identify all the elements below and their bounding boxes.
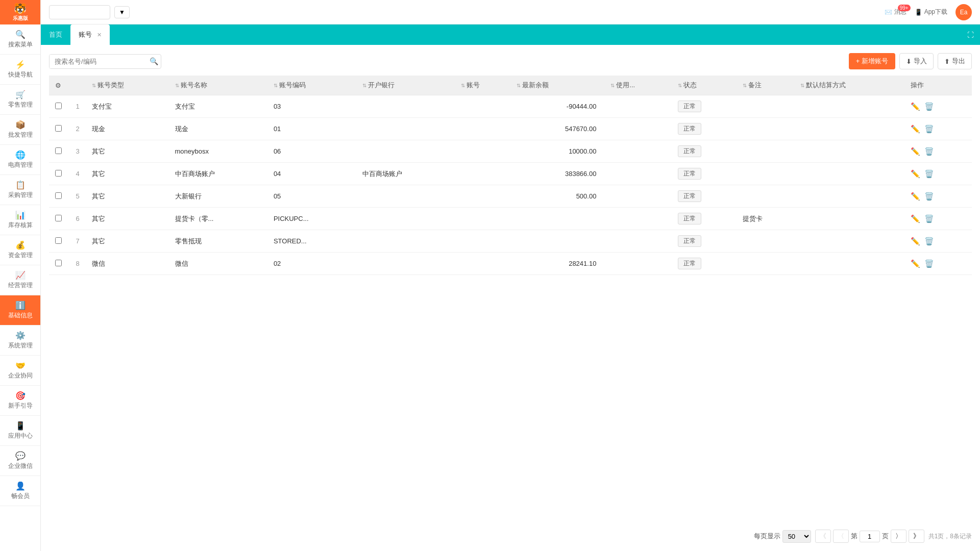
row-usage bbox=[606, 208, 673, 230]
dropdown-button[interactable]: ▼ bbox=[114, 6, 130, 18]
delete-icon[interactable]: 🗑️ bbox=[924, 259, 934, 268]
import-btn[interactable]: ⬇ 导入 bbox=[899, 53, 934, 69]
add-account-btn[interactable]: + 新增账号 bbox=[849, 53, 895, 69]
sidebar-item-label: 资金管理 bbox=[8, 251, 33, 260]
tab-close-icon[interactable]: ✕ bbox=[97, 32, 102, 38]
delete-icon[interactable]: 🗑️ bbox=[924, 237, 934, 246]
tab-account[interactable]: 账号 ✕ bbox=[70, 24, 110, 45]
prev-page-btn[interactable]: 〈 bbox=[833, 530, 849, 543]
sidebar-item-operations[interactable]: 📈 经营管理 bbox=[0, 265, 40, 295]
sidebar-item-system[interactable]: ⚙️ 系统管理 bbox=[0, 325, 40, 356]
edit-icon[interactable]: ✏️ bbox=[911, 237, 920, 246]
sidebar-item-ecommerce[interactable]: 🌐 电商管理 bbox=[0, 145, 40, 175]
status-badge: 正常 bbox=[678, 101, 701, 112]
sidebar-item-quicknav[interactable]: ⚡ 快捷导航 bbox=[0, 55, 40, 85]
export-btn[interactable]: ⬆ 导出 bbox=[938, 53, 972, 69]
sidebar-item-appstore[interactable]: 📱 应用中心 bbox=[0, 416, 40, 446]
sidebar-item-enterprise[interactable]: 🤝 企业协同 bbox=[0, 356, 40, 386]
row-checkbox-cell[interactable] bbox=[49, 140, 67, 163]
delete-icon[interactable]: 🗑️ bbox=[924, 124, 934, 134]
row-default-payment bbox=[796, 253, 906, 275]
edit-icon[interactable]: ✏️ bbox=[911, 102, 920, 111]
edit-icon[interactable]: ✏️ bbox=[911, 259, 920, 268]
row-code: 05 bbox=[270, 185, 358, 208]
sidebar-item-label: 电商管理 bbox=[8, 161, 33, 169]
page-size-dropdown[interactable]: 50 100 200 bbox=[782, 530, 811, 543]
edit-icon[interactable]: ✏️ bbox=[911, 192, 920, 201]
col-settings[interactable]: ⚙ bbox=[49, 76, 67, 95]
row-code: PICKUPC... bbox=[270, 208, 358, 230]
sidebar-item-search[interactable]: 🔍 搜索菜单 bbox=[0, 24, 40, 55]
row-checkbox[interactable] bbox=[55, 192, 62, 199]
col-usage[interactable]: ⇅使用... bbox=[606, 76, 673, 95]
row-checkbox-cell[interactable] bbox=[49, 95, 67, 118]
sidebar-item-purchase[interactable]: 📋 采购管理 bbox=[0, 175, 40, 205]
row-checkbox[interactable] bbox=[55, 103, 62, 109]
tab-expand-btn[interactable]: ⛶ bbox=[961, 31, 980, 39]
user-avatar[interactable]: Ea bbox=[955, 4, 972, 20]
edit-icon[interactable]: ✏️ bbox=[911, 124, 920, 134]
message-btn[interactable]: ✉️ 消息 99+ bbox=[885, 8, 906, 16]
row-checkbox[interactable] bbox=[55, 170, 62, 177]
edit-icon[interactable]: ✏️ bbox=[911, 147, 920, 156]
table-row: 1 支付宝 支付宝 03 -90444.00 正常 ✏️ 🗑️ bbox=[49, 95, 972, 118]
row-account bbox=[457, 208, 512, 230]
row-checkbox[interactable] bbox=[55, 237, 62, 244]
delete-icon[interactable]: 🗑️ bbox=[924, 169, 934, 179]
delete-icon[interactable]: 🗑️ bbox=[924, 147, 934, 156]
last-page-btn[interactable]: 》 bbox=[909, 530, 924, 543]
sidebar-item-basic-info[interactable]: ℹ️ 基础信息 bbox=[0, 295, 40, 325]
sidebar-item-retail[interactable]: 🛒 零售管理 bbox=[0, 85, 40, 115]
col-balance[interactable]: ⇅最新余额 bbox=[512, 76, 606, 95]
row-usage bbox=[606, 253, 673, 275]
content-area: 🔍 + 新增账号 ⬇ 导入 ⬆ 导出 ⚙ ⇅账号类型 bbox=[41, 45, 980, 551]
row-bank bbox=[358, 95, 457, 118]
delete-icon[interactable]: 🗑️ bbox=[924, 214, 934, 223]
row-checkbox-cell[interactable] bbox=[49, 253, 67, 275]
top-search-input[interactable] bbox=[49, 5, 110, 19]
search-button[interactable]: 🔍 bbox=[145, 57, 161, 65]
row-default-payment bbox=[796, 95, 906, 118]
basic-info-icon: ℹ️ bbox=[15, 300, 26, 310]
sidebar-item-guide[interactable]: 🎯 新手引导 bbox=[0, 386, 40, 416]
per-page-label: 每页显示 bbox=[754, 532, 780, 541]
col-code[interactable]: ⇅账号编码 bbox=[270, 76, 358, 95]
delete-icon[interactable]: 🗑️ bbox=[924, 192, 934, 201]
row-checkbox-cell[interactable] bbox=[49, 118, 67, 140]
row-checkbox[interactable] bbox=[55, 215, 62, 221]
next-page-btn[interactable]: 〉 bbox=[891, 530, 906, 543]
col-type[interactable]: ⇅账号类型 bbox=[88, 76, 171, 95]
sidebar-item-wholesale[interactable]: 📦 批发管理 bbox=[0, 115, 40, 145]
sidebar-item-inventory[interactable]: 📊 库存核算 bbox=[0, 205, 40, 235]
edit-icon[interactable]: ✏️ bbox=[911, 214, 920, 223]
col-status[interactable]: ⇅状态 bbox=[674, 76, 739, 95]
col-name[interactable]: ⇅账号名称 bbox=[171, 76, 270, 95]
edit-icon[interactable]: ✏️ bbox=[911, 169, 920, 179]
row-checkbox[interactable] bbox=[55, 260, 62, 266]
row-index: 2 bbox=[67, 118, 88, 140]
table-row: 5 其它 大新银行 05 500.00 正常 ✏️ 🗑️ bbox=[49, 185, 972, 208]
sidebar-item-member[interactable]: 👤 畅会员 bbox=[0, 476, 40, 506]
page-input[interactable] bbox=[860, 531, 880, 542]
row-status: 正常 bbox=[674, 230, 739, 253]
row-checkbox-cell[interactable] bbox=[49, 185, 67, 208]
row-checkbox-cell[interactable] bbox=[49, 208, 67, 230]
row-checkbox[interactable] bbox=[55, 147, 62, 154]
row-checkbox-cell[interactable] bbox=[49, 163, 67, 185]
sidebar-item-finance[interactable]: 💰 资金管理 bbox=[0, 235, 40, 265]
row-checkbox-cell[interactable] bbox=[49, 230, 67, 253]
col-default-payment[interactable]: ⇅默认结算方式 bbox=[796, 76, 906, 95]
status-badge: 正常 bbox=[678, 123, 701, 135]
sidebar-item-wechat[interactable]: 💬 企业微信 bbox=[0, 446, 40, 476]
delete-icon[interactable]: 🗑️ bbox=[924, 102, 934, 111]
row-checkbox[interactable] bbox=[55, 125, 62, 132]
page-size-select: 每页显示 50 100 200 bbox=[754, 530, 811, 543]
col-notes[interactable]: ⇅备注 bbox=[739, 76, 796, 95]
app-download-btn[interactable]: 📱 App下载 bbox=[915, 8, 947, 16]
col-account[interactable]: ⇅账号 bbox=[457, 76, 512, 95]
search-input[interactable] bbox=[50, 55, 145, 68]
tab-home[interactable]: 首页 bbox=[41, 24, 70, 45]
top-header: ▼ ✉️ 消息 99+ 📱 App下载 Ea bbox=[41, 0, 980, 24]
first-page-btn[interactable]: 《 bbox=[815, 530, 831, 543]
col-bank[interactable]: ⇅开户银行 bbox=[358, 76, 457, 95]
